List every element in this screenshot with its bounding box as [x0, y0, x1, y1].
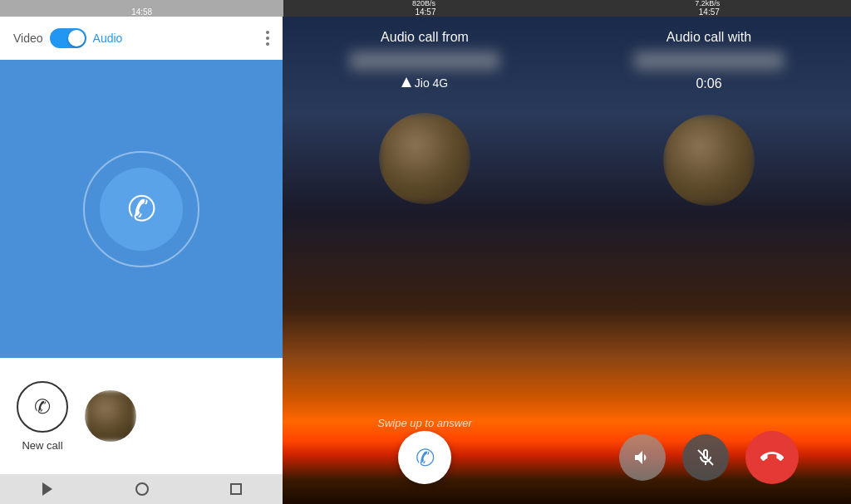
status-info-middle: 820B/s [412, 0, 435, 7]
main-row: Video Audio ✆ ✆ Ne [0, 17, 851, 504]
answer-phone-icon: ✆ [416, 444, 435, 472]
more-dot-3 [266, 42, 269, 46]
network-name: Jio 4G [415, 76, 448, 90]
video-label: Video [13, 32, 43, 45]
status-time-right: 14:57 [699, 7, 720, 17]
callee-avatar-circle [663, 115, 755, 206]
contacts-area: ✆ New call [0, 358, 283, 474]
mute-button[interactable] [682, 434, 729, 481]
recent-contact-avatar[interactable] [85, 390, 136, 442]
home-button[interactable] [135, 482, 149, 496]
dial-area: ✆ [0, 60, 283, 358]
status-bar-left: 14:58 [0, 0, 283, 17]
top-bar: Video Audio [0, 17, 283, 60]
speaker-icon [632, 448, 652, 467]
right-panel: Audio call with 0:06 [567, 17, 851, 504]
status-time-left: 14:58 [131, 7, 152, 17]
caller-avatar-image [379, 113, 470, 204]
new-call-label: New call [22, 439, 62, 452]
new-call-button[interactable]: ✆ New call [17, 381, 68, 452]
speaker-button[interactable] [619, 434, 666, 481]
left-nav-bar [0, 474, 283, 504]
end-call-icon [760, 446, 784, 469]
back-button[interactable] [41, 484, 54, 494]
status-info-right: 7.2kB/s [695, 0, 720, 7]
signal-icon [401, 77, 411, 89]
new-call-phone-icon: ✆ [34, 395, 51, 418]
status-bar-row: 14:58 820B/s 14:57 7.2kB/s 14:57 [0, 0, 851, 17]
back-icon [42, 482, 52, 496]
swipe-to-answer-label: Swipe up to answer [377, 417, 471, 429]
recents-icon [230, 483, 242, 495]
mute-icon [696, 448, 716, 467]
call-ring-inner[interactable]: ✆ [100, 168, 183, 251]
call-type-toggle[interactable]: Video Audio [13, 28, 122, 48]
audio-call-with-label: Audio call with [580, 30, 838, 45]
call-ring-outer: ✆ [83, 151, 199, 267]
more-dot-1 [266, 31, 269, 34]
active-call-header: Audio call with 0:06 [567, 17, 851, 98]
audio-label: Audio [93, 32, 123, 45]
call-timer: 0:06 [580, 76, 838, 91]
status-bar-right: 7.2kB/s 14:57 [568, 0, 851, 17]
caller-name-blurred [350, 51, 499, 70]
toggle-switch[interactable] [50, 28, 86, 48]
svg-marker-0 [401, 77, 411, 87]
callee-avatar-image [663, 115, 755, 206]
incoming-call-header: Audio call from Jio 4G [283, 17, 567, 96]
left-panel: Video Audio ✆ ✆ Ne [0, 17, 283, 504]
home-icon [135, 482, 149, 496]
end-call-button[interactable] [745, 431, 799, 484]
active-caller-avatar [567, 115, 851, 206]
call-controls [567, 431, 851, 484]
caller-avatar-circle [379, 113, 470, 204]
dial-phone-icon: ✆ [127, 188, 156, 229]
status-bar-middle: 820B/s 14:57 [283, 0, 567, 17]
network-label: Jio 4G [296, 76, 553, 90]
middle-panel: Audio call from Jio 4G Swipe up to answe… [283, 17, 567, 504]
more-dot-2 [266, 37, 269, 40]
incoming-caller-avatar [283, 113, 567, 204]
avatar-image [85, 390, 136, 442]
recents-button[interactable] [230, 483, 242, 495]
more-options-button[interactable] [266, 31, 269, 46]
status-time-middle: 14:57 [415, 7, 435, 17]
callee-name-blurred [634, 51, 784, 70]
new-call-circle: ✆ [17, 381, 68, 433]
audio-call-from-label: Audio call from [296, 30, 553, 45]
answer-button[interactable]: ✆ [398, 431, 451, 484]
